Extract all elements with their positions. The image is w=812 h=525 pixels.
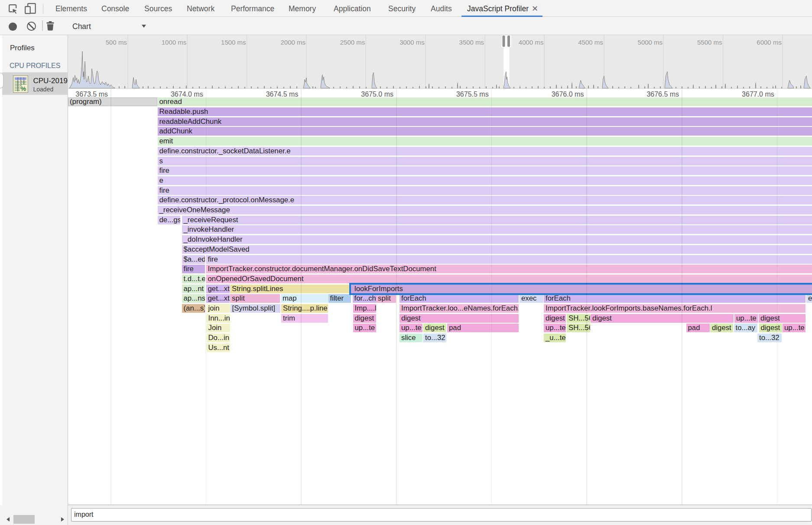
- svg-text:1500 ms: 1500 ms: [221, 39, 246, 46]
- svg-text:1000 ms: 1000 ms: [162, 39, 187, 46]
- svg-text:4500 ms: 4500 ms: [578, 39, 603, 46]
- svg-text:4000 ms: 4000 ms: [519, 39, 544, 46]
- svg-text:%: %: [20, 85, 26, 92]
- svg-text:2500 ms: 2500 ms: [340, 39, 365, 46]
- svg-text:3000 ms: 3000 ms: [400, 39, 425, 46]
- svg-text:3500 ms: 3500 ms: [459, 39, 484, 46]
- svg-text:500 ms: 500 ms: [106, 39, 127, 46]
- svg-text:2000 ms: 2000 ms: [280, 39, 305, 46]
- svg-text:5500 ms: 5500 ms: [697, 39, 722, 46]
- svg-text:6000 ms: 6000 ms: [757, 39, 782, 46]
- svg-text:5000 ms: 5000 ms: [638, 39, 663, 46]
